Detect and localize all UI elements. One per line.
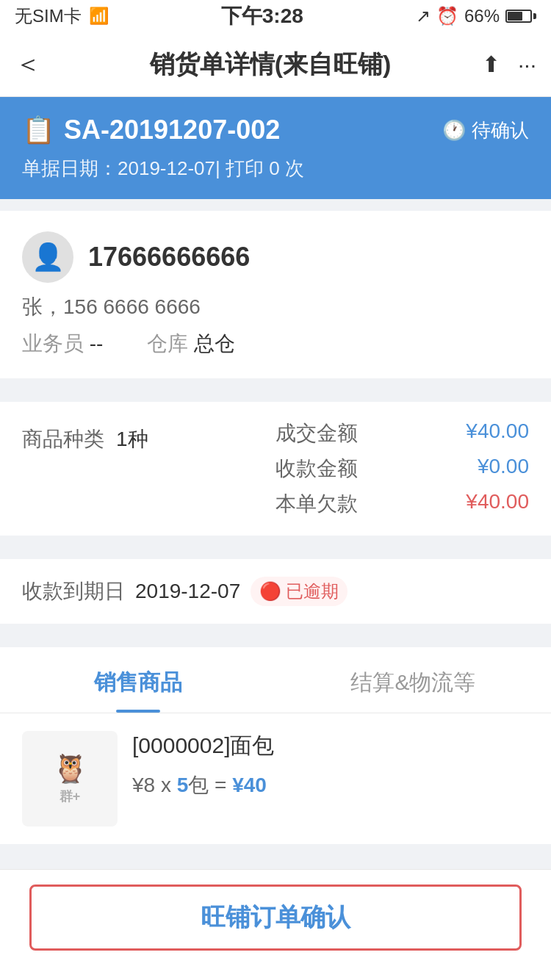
page-title: 销货单详情(来自旺铺) bbox=[59, 48, 482, 82]
amount-value: ¥40.00 bbox=[466, 419, 529, 447]
sales-value: -- bbox=[90, 332, 104, 355]
warehouse-value: 总仓 bbox=[194, 332, 235, 355]
location-icon: ↗ bbox=[416, 6, 431, 26]
order-id-text: SA-20191207-002 bbox=[64, 115, 280, 145]
status-clock-icon: 🕐 bbox=[442, 119, 466, 142]
overdue-badge: 🔴 已逾期 bbox=[251, 577, 347, 606]
wifi-icon: 📶 bbox=[89, 7, 109, 26]
status-bar: 无SIM卡 📶 下午3:28 ↗ ⏰ 66% bbox=[0, 0, 551, 32]
divider-1 bbox=[0, 199, 551, 211]
summary-left: 商品种类 1种 bbox=[22, 419, 276, 459]
status-right: ↗ ⏰ 66% bbox=[416, 6, 536, 26]
due-label: 收款到期日 bbox=[22, 577, 125, 605]
status-text: 待确认 bbox=[472, 118, 529, 143]
due-section: 收款到期日 2019-12-07 🔴 已逾期 bbox=[0, 559, 551, 624]
alarm-icon: ⏰ bbox=[436, 6, 458, 26]
warehouse-label: 仓库 bbox=[147, 332, 188, 355]
amount-label: 成交金额 bbox=[276, 419, 358, 447]
tab-settlement[interactable]: 结算&物流等 bbox=[276, 647, 551, 713]
product-price: ¥8 x 5包 = ¥40 bbox=[132, 771, 529, 799]
product-total: ¥40 bbox=[232, 774, 267, 796]
sales-info: 业务员 -- bbox=[22, 330, 103, 358]
product-thumbnail: 🦉 群+ bbox=[22, 731, 118, 826]
customer-row: 👤 17666666666 bbox=[22, 231, 529, 283]
divider-3 bbox=[0, 547, 551, 559]
owl-icon: 🦉 bbox=[53, 752, 87, 785]
order-date: 单据日期：2019-12-07| 打印 0 次 bbox=[22, 156, 529, 181]
summary-right: 成交金额 ¥40.00 收款金额 ¥0.00 本单欠款 ¥40.00 bbox=[276, 419, 529, 518]
product-section: 🦉 群+ [0000002]面包 ¥8 x 5包 = ¥40 bbox=[0, 713, 551, 844]
order-status: 🕐 待确认 bbox=[442, 118, 529, 143]
debt-label: 本单欠款 bbox=[276, 490, 358, 518]
bottom-bar: 旺铺订单确认 bbox=[0, 869, 551, 980]
divider-4 bbox=[0, 635, 551, 647]
battery-percent: 66% bbox=[464, 6, 500, 26]
equals-sign: = bbox=[215, 774, 232, 796]
nav-bar: ＜ 销货单详情(来自旺铺) ⬆ ··· bbox=[0, 32, 551, 97]
more-icon[interactable]: ··· bbox=[518, 52, 536, 77]
tab-products[interactable]: 销售商品 bbox=[0, 647, 276, 713]
overdue-text: 已逾期 bbox=[286, 580, 339, 603]
product-type-item: 商品种类 1种 bbox=[22, 419, 276, 459]
customer-meta: 业务员 -- 仓库 总仓 bbox=[22, 330, 529, 358]
overdue-icon: 🔴 bbox=[259, 581, 281, 602]
product-type-label: 商品种类 bbox=[22, 425, 104, 453]
back-button[interactable]: ＜ bbox=[15, 46, 59, 82]
customer-section: 👤 17666666666 张，156 6666 6666 业务员 -- 仓库 … bbox=[0, 211, 551, 378]
order-id: 📋 SA-20191207-002 bbox=[22, 115, 280, 145]
summary-section: 商品种类 1种 成交金额 ¥40.00 收款金额 ¥0.00 本单欠款 ¥40.… bbox=[0, 402, 551, 536]
nav-actions: ⬆ ··· bbox=[482, 51, 536, 77]
order-id-icon: 📋 bbox=[22, 115, 55, 145]
price-unit: ¥8 bbox=[132, 774, 155, 796]
status-time: 下午3:28 bbox=[221, 2, 303, 30]
warehouse-info: 仓库 总仓 bbox=[147, 330, 235, 358]
product-thumb-inner: 🦉 群+ bbox=[53, 752, 87, 805]
product-qty: 5 bbox=[177, 774, 189, 796]
order-id-row: 📋 SA-20191207-002 🕐 待确认 bbox=[22, 115, 529, 145]
product-info: [0000002]面包 ¥8 x 5包 = ¥40 bbox=[132, 731, 529, 799]
brand-text: 群+ bbox=[60, 788, 81, 805]
share-icon[interactable]: ⬆ bbox=[482, 51, 500, 77]
order-header: 📋 SA-20191207-002 🕐 待确认 单据日期：2019-12-07|… bbox=[0, 97, 551, 199]
tabs-section: 销售商品 结算&物流等 bbox=[0, 647, 551, 713]
status-carrier: 无SIM卡 📶 bbox=[15, 4, 109, 28]
received-value: ¥0.00 bbox=[478, 455, 529, 483]
avatar: 👤 bbox=[22, 231, 73, 283]
due-date: 2019-12-07 bbox=[135, 580, 240, 603]
product-type-value: 1种 bbox=[116, 425, 148, 453]
sales-label: 业务员 bbox=[22, 332, 84, 355]
multiply-sign: x bbox=[161, 774, 177, 796]
customer-name: 张，156 6666 6666 bbox=[22, 293, 529, 321]
received-row: 收款金额 ¥0.00 bbox=[276, 455, 529, 483]
received-label: 收款金额 bbox=[276, 455, 358, 483]
confirm-button[interactable]: 旺铺订单确认 bbox=[29, 884, 522, 951]
divider-2 bbox=[0, 390, 551, 402]
debt-row: 本单欠款 ¥40.00 bbox=[276, 490, 529, 518]
product-item: 🦉 群+ [0000002]面包 ¥8 x 5包 = ¥40 bbox=[22, 731, 529, 826]
customer-phone: 17666666666 bbox=[88, 242, 250, 273]
product-name: [0000002]面包 bbox=[132, 731, 529, 761]
carrier-text: 无SIM卡 bbox=[15, 4, 82, 28]
debt-value: ¥40.00 bbox=[466, 490, 529, 518]
tabs-row: 销售商品 结算&物流等 bbox=[0, 647, 551, 713]
amount-row: 成交金额 ¥40.00 bbox=[276, 419, 529, 447]
battery-icon bbox=[505, 10, 536, 23]
